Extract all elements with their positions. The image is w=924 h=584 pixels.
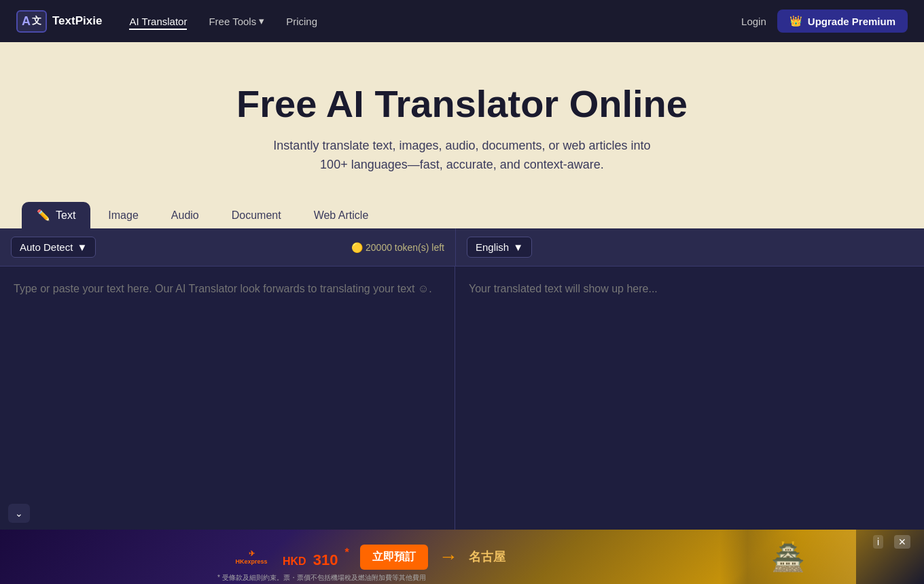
navbar: A 文 TextPixie AI Translator Free Tools ▾… (0, 0, 924, 42)
ad-price-asterisk: * (344, 547, 349, 558)
tab-bar: ✏️ Text Image Audio Document Web Article (22, 202, 902, 228)
translation-panels: Your translated text will show up here..… (0, 267, 924, 541)
ad-banner: ✈ HKexpress HKD 310 * 立即預訂 → 名古屋 🏯 * 受條款… (0, 530, 924, 584)
ad-price: HKD 310 * (283, 545, 349, 569)
login-link[interactable]: Login (741, 16, 766, 27)
source-text-input[interactable] (0, 267, 455, 541)
token-info: 🟡 20000 token(s) left (351, 242, 444, 253)
ad-price-value: 310 (313, 551, 338, 568)
target-lang-bar: English ▼ (455, 228, 924, 267)
ad-content: ✈ HKexpress HKD 310 * 立即預訂 → 名古屋 (217, 545, 707, 570)
nav-ai-translator[interactable]: AI Translator (129, 13, 187, 30)
tab-image[interactable]: Image (93, 202, 153, 228)
collapse-button[interactable]: ⌄ (8, 504, 30, 523)
ad-info-button[interactable]: i (873, 535, 883, 549)
crown-icon: 👑 (789, 15, 802, 27)
logo-brand: TextPixie (52, 14, 102, 28)
ad-destination: 名古屋 (469, 549, 505, 565)
ad-cta-button[interactable]: 立即預訂 (360, 545, 428, 570)
ad-hkd-label: HKD (283, 555, 306, 567)
ad-arrow-icon: → (439, 546, 458, 568)
dropdown-arrow-icon: ▾ (259, 15, 264, 27)
ad-logo: ✈ HKexpress (231, 549, 272, 565)
nav-right: Login 👑 Upgrade Premium (741, 10, 908, 33)
source-panel (0, 267, 455, 541)
translator-area: Auto Detect ▼ 🟡 20000 token(s) left Engl… (0, 228, 924, 541)
dropdown-chevron-icon-target: ▼ (513, 241, 523, 253)
hero-section: Free AI Translator Online Instantly tran… (0, 42, 924, 202)
tab-audio[interactable]: Audio (156, 202, 214, 228)
logo-a: A (22, 14, 31, 29)
target-placeholder-text: Your translated text will show up here..… (455, 267, 924, 311)
translator-controls: Auto Detect ▼ 🟡 20000 token(s) left Engl… (0, 228, 924, 267)
hero-title: Free AI Translator Online (14, 83, 910, 125)
text-tab-icon: ✏️ (37, 209, 50, 222)
ad-logo-mark: ✈ (249, 549, 255, 558)
ad-castle-image: 🏯 (720, 530, 856, 584)
chevron-down-icon: ⌄ (15, 508, 23, 519)
nav-free-tools[interactable]: Free Tools ▾ (209, 12, 264, 30)
logo-box: A 文 (16, 10, 47, 33)
upgrade-premium-button[interactable]: 👑 Upgrade Premium (777, 10, 908, 33)
tab-web-article[interactable]: Web Article (299, 202, 384, 228)
tabs-wrapper: ✏️ Text Image Audio Document Web Article (0, 202, 924, 228)
tab-document[interactable]: Document (217, 202, 296, 228)
source-lang-bar: Auto Detect ▼ 🟡 20000 token(s) left (0, 228, 455, 267)
source-language-dropdown[interactable]: Auto Detect ▼ (11, 237, 96, 258)
logo-cn: 文 (32, 15, 41, 27)
token-icon: 🟡 (351, 242, 363, 253)
tab-text[interactable]: ✏️ Text (22, 202, 90, 228)
target-language-dropdown[interactable]: English ▼ (467, 237, 532, 258)
nav-pricing[interactable]: Pricing (286, 13, 317, 30)
ad-close-button[interactable]: ✕ (894, 535, 910, 549)
ad-disclaimer-text: * 受條款及細則約束。票・票價不包括機場稅及燃油附加費等其他費用 (217, 573, 426, 583)
target-panel: Your translated text will show up here..… (455, 267, 924, 541)
logo-link[interactable]: A 文 TextPixie (16, 10, 102, 33)
hero-subtitle: Instantly translate text, images, audio,… (14, 136, 910, 175)
dropdown-chevron-icon: ▼ (77, 241, 87, 253)
